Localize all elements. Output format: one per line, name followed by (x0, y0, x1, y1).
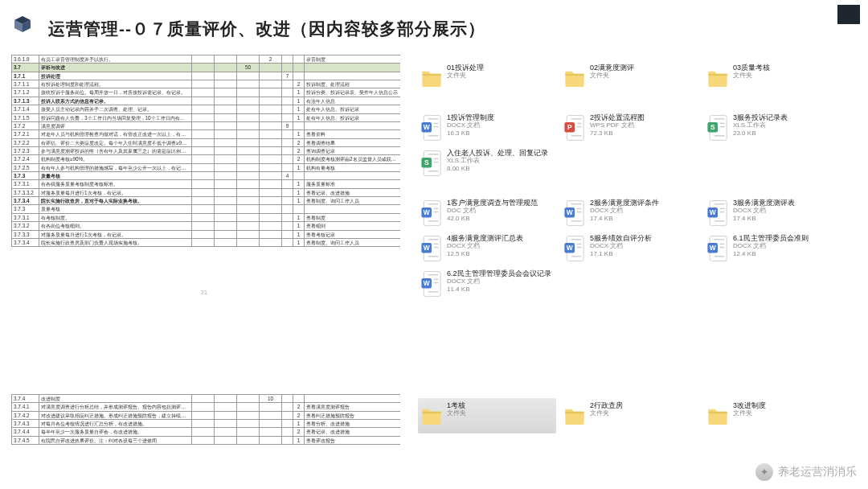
table-cell: 每半年至少一次服务质量自评会，有改进措施。 (39, 428, 192, 436)
table-cell (260, 72, 282, 80)
table-row: 3.7.1.5投诉问题有人负责，3个工作日内当场回复受理，10个工作日内有处理结… (12, 113, 401, 121)
table-cell (282, 88, 293, 97)
table-cell (192, 238, 215, 246)
table-cell (260, 105, 282, 113)
table-cell: 1 (293, 130, 305, 138)
table-cell (192, 180, 215, 188)
table-cell (282, 238, 293, 246)
folder-item[interactable]: 02满意度测评文件夹 (561, 60, 699, 96)
file-item[interactable]: W1投诉管理制度DOCX 文档16.3 KB (418, 110, 556, 146)
file-item[interactable]: S入住老人投诉、处理、回复记录XLS 工作表8.00 KB (418, 146, 556, 181)
table-cell (192, 88, 215, 97)
table-cell (260, 138, 282, 146)
file-type: 文件夹 (590, 72, 634, 79)
file-type: DOCX 文档 (733, 242, 809, 249)
table-cell (192, 72, 215, 80)
file-item[interactable]: W4服务满意度测评汇总表DOCX 文档12.5 KB (418, 231, 556, 266)
svg-text:P: P (567, 123, 572, 131)
table-cell: 10 (260, 395, 282, 403)
file-item[interactable]: P2投诉处置流程图WPS PDF 文档72.3 KB (561, 110, 699, 146)
table-row: 3.7.1投诉处理7 (12, 72, 401, 80)
table-cell: 对满意度调查进行分析总结，并形成测评报告。报告内容包括测评改进、测评过程、测评结… (39, 403, 192, 411)
table-cell (282, 222, 293, 230)
svg-text:W: W (424, 123, 430, 131)
table-cell (215, 72, 237, 80)
table-cell: 投诉制度、处理流程 (305, 80, 401, 88)
table-cell (192, 411, 215, 419)
table-cell (293, 395, 305, 403)
table-cell (237, 238, 260, 246)
table-row: 3.7.2满意度调评9 (12, 121, 401, 129)
table-cell: 查看调查结果 (305, 138, 401, 146)
table-cell (237, 172, 260, 180)
file-name: 01投诉处理 (447, 64, 484, 72)
svg-text:W: W (567, 208, 573, 216)
folder-item[interactable]: 03质量考核文件夹 (704, 60, 842, 96)
file-name: 3服务满意度测评表 (733, 199, 795, 207)
folder-item[interactable]: 3改进制度文件夹 (704, 398, 842, 434)
table-cell (305, 172, 401, 180)
file-item[interactable]: W2服务满意度测评条件DOCX 文档17.4 KB (561, 195, 699, 231)
table-cell: 满意度调评 (39, 121, 192, 129)
table-cell (260, 222, 282, 230)
table-cell: 查看细则 (305, 222, 401, 230)
table-cell: 3.7.1.2 (12, 88, 39, 97)
table-cell (282, 230, 293, 238)
table-cell: 查看考核记录 (305, 230, 401, 238)
table-row: 3.7.4.2对改进建议采取相应纠正措施。形成纠正措施预防报告，建立持续改进机制… (12, 411, 401, 419)
file-item[interactable]: S3服务投诉记录表XLS 工作表23.0 KB (704, 110, 842, 146)
file-item[interactable]: W5服务绩效自评分析DOCX 文档17.1 KB (561, 231, 699, 266)
table-cell (260, 230, 282, 238)
table-cell: 3.7.3.1 (12, 180, 39, 188)
table-cell (237, 420, 260, 428)
file-item[interactable]: W1客户满意度调查与管理规范DOC 文档42.0 KB (418, 195, 556, 231)
table-cell (215, 64, 237, 72)
table-cell (192, 222, 215, 230)
svg-text:W: W (424, 279, 430, 287)
table-cell: 质量考核 (39, 172, 192, 180)
table-row: 3.7.1.3投诉人联系方式的信息有记录。1有法年人信息 (12, 97, 401, 105)
table-cell: 查看制度、询问工作人员 (305, 238, 401, 246)
table-cell (237, 55, 260, 64)
file-name: 1考核 (447, 401, 466, 409)
table-cell (215, 80, 237, 88)
table-cell: 3.7.4 (12, 395, 39, 403)
table-cell (215, 172, 237, 180)
file-item[interactable]: W6.2民主管理管理委员会会议记录DOCX 文档11.4 KB (418, 266, 556, 302)
table-row: 3.7.3.1有各级服务质量考核制度考核标准。1服务质量标准 (12, 180, 401, 188)
table-cell: 1 (293, 163, 305, 171)
table-cell: 1 (293, 88, 305, 97)
table-cell: 有法年人信息 (305, 97, 401, 105)
table-cell (192, 80, 215, 88)
table-cell (282, 155, 293, 163)
file-item[interactable]: W6.1民主管理委员会准则DOCX 文档12.4 KB (704, 231, 842, 266)
table-cell (305, 64, 401, 72)
folder-item[interactable]: 2行政查房文件夹 (561, 398, 699, 434)
table-upper: 3.6.1.9有员工录音管理制度并予以执行。2录音制度3.7评析与改进503.7… (11, 55, 400, 288)
table-cell (192, 97, 215, 105)
file-item[interactable]: W3服务满意度测评表DOCX 文档17.4 KB (704, 195, 842, 231)
table-cell: 3.7.2.1 (12, 130, 39, 138)
table-cell (282, 395, 293, 403)
table-cell: 评析与改进 (39, 64, 192, 72)
slide-root: 运营管理--０７质量评价、改进（因内容较多部分展示） 3.6.1.9有员工录音管… (0, 0, 868, 489)
table-row: 3.7.4.1对满意度调查进行分析总结，并形成测评报告。报告内容包括测评改进、测… (12, 403, 401, 411)
file-icon: W (706, 234, 730, 263)
table-cell (192, 64, 215, 72)
table-cell (215, 105, 237, 113)
table-cell: 9 (282, 121, 293, 129)
svg-text:W: W (710, 244, 716, 252)
table-row: 3.7.3.1有考核制度。1查看制度 (12, 213, 401, 221)
table-cell (215, 146, 237, 154)
table-cell: 有各级服务质量考核制度考核标准。 (39, 180, 192, 188)
table-cell: 查看记录、改进措施 (305, 428, 401, 436)
table-row: 3.7.3质量考核4 (12, 172, 401, 180)
table-cell (192, 155, 215, 163)
files-panel: 01投诉处理文件夹02满意度测评文件夹03质量考核文件夹 W1投诉管理制度DOC… (418, 60, 858, 316)
folder-item[interactable]: 01投诉处理文件夹 (418, 60, 556, 96)
file-type: DOCX 文档 (447, 277, 551, 285)
folder-item[interactable]: 1考核文件夹 (418, 398, 556, 434)
table-cell (215, 121, 237, 129)
table-cell (282, 197, 293, 205)
table-cell (237, 97, 260, 105)
